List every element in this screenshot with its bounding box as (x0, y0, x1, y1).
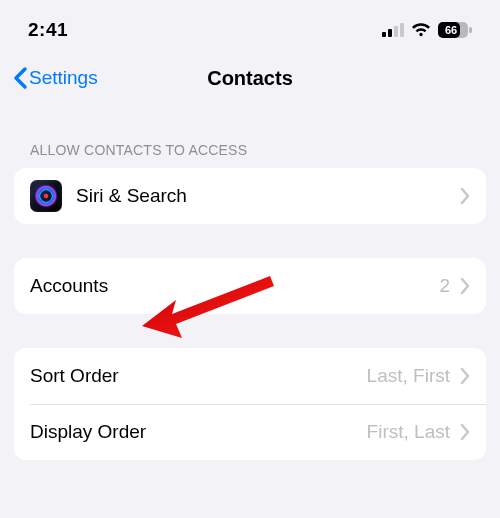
row-detail-sort: Last, First (367, 365, 450, 387)
siri-icon (30, 180, 62, 212)
chevron-right-icon (460, 187, 470, 205)
battery-level: 66 (445, 24, 457, 36)
section-header-allow: ALLOW CONTACTS TO ACCESS (0, 106, 500, 168)
battery-icon: 66 (438, 22, 472, 38)
row-detail-accounts: 2 (439, 275, 450, 297)
svg-rect-1 (388, 29, 392, 37)
chevron-right-icon (460, 367, 470, 385)
chevron-left-icon (12, 66, 28, 90)
row-label-display: Display Order (30, 421, 146, 443)
svg-rect-3 (400, 23, 404, 37)
row-accounts[interactable]: Accounts 2 (14, 258, 486, 314)
back-label: Settings (29, 67, 98, 89)
svg-rect-0 (382, 32, 386, 37)
row-label-siri: Siri & Search (76, 185, 187, 207)
group-order: Sort Order Last, First Display Order Fir… (14, 348, 486, 460)
row-label-sort: Sort Order (30, 365, 119, 387)
group-accounts: Accounts 2 (14, 258, 486, 314)
page-title: Contacts (207, 67, 293, 90)
nav-bar: Settings Contacts (0, 44, 500, 106)
row-sort-order[interactable]: Sort Order Last, First (14, 348, 486, 404)
wifi-icon (411, 23, 431, 37)
group-allow-access: Siri & Search (14, 168, 486, 224)
row-display-order[interactable]: Display Order First, Last (14, 404, 486, 460)
svg-rect-6 (469, 27, 472, 33)
status-bar: 2:41 66 (0, 0, 500, 44)
back-button[interactable]: Settings (12, 66, 98, 90)
chevron-right-icon (460, 423, 470, 441)
svg-rect-2 (394, 26, 398, 37)
status-icons-group: 66 (382, 22, 472, 38)
status-time: 2:41 (28, 19, 68, 41)
row-label-accounts: Accounts (30, 275, 108, 297)
cellular-icon (382, 23, 404, 37)
row-detail-display: First, Last (367, 421, 450, 443)
row-siri-search[interactable]: Siri & Search (14, 168, 486, 224)
chevron-right-icon (460, 277, 470, 295)
